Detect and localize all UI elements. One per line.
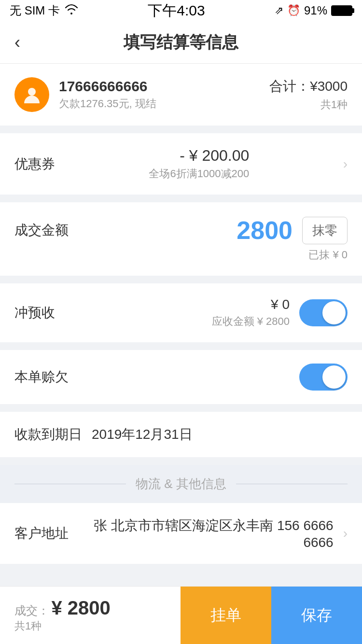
bottom-count: 共1种: [14, 619, 166, 633]
address-label: 客户地址: [14, 524, 69, 543]
coupon-row[interactable]: 优惠券 - ¥ 200.00 全场6折满1000减200 ›: [0, 133, 362, 195]
save-button[interactable]: 保存: [271, 587, 362, 644]
prepay-sub: 应收金额 ¥ 2800: [212, 314, 290, 329]
customer-total: 合计：¥3000: [269, 77, 348, 96]
status-bar: 无 SIM 卡 下午4:03 ⇗ ⏰ 91%: [0, 0, 362, 21]
bottom-deal-text: 成交：: [14, 604, 49, 617]
bottom-bar: 成交： ¥ 2800 共1种 挂单 保存: [0, 586, 362, 644]
prepay-right: ¥ 0 应收金额 ¥ 2800: [212, 297, 348, 329]
due-date-label: 收款到期日: [14, 425, 82, 444]
coupon-label: 优惠券: [14, 155, 55, 173]
customer-info: 17666666666 欠款1276.35元, 现结: [59, 78, 156, 111]
due-date-row: 收款到期日 2019年12月31日: [14, 425, 348, 444]
status-time: 下午4:03: [148, 1, 205, 21]
battery-icon: [331, 5, 352, 16]
address-value: 张 北京市市辖区海淀区永丰南 156 6666 6666: [78, 517, 334, 550]
due-date-section: 收款到期日 2019年12月31日: [0, 412, 362, 457]
divider-line-right: [236, 484, 348, 484]
deal-amount-row: 成交金额 2800 抹零: [14, 216, 348, 245]
page-title: 填写结算等信息: [124, 31, 238, 54]
bottom-deal-label: 成交： ¥ 2800: [14, 597, 166, 619]
customer-card: 17666666666 欠款1276.35元, 现结 合计：¥3000 共1种: [0, 64, 362, 126]
debit-toggle[interactable]: [299, 364, 348, 391]
debit-section: 本单赊欠: [0, 350, 362, 404]
deal-amount-value: 2800: [237, 216, 292, 245]
toggle-knob: [322, 301, 346, 324]
alarm-icon: ⏰: [287, 4, 300, 17]
customer-count: 共1种: [269, 98, 348, 112]
customer-debt: 欠款1276.35元, 现结: [59, 97, 156, 111]
location-icon: ⇗: [275, 4, 283, 17]
due-date-value: 2019年12月31日: [92, 425, 193, 444]
prepay-section: 冲预收 ¥ 0 应收金额 ¥ 2800: [0, 283, 362, 342]
divider-line-left: [14, 484, 126, 484]
battery-text: 91%: [304, 4, 327, 17]
prepay-value-block: ¥ 0 应收金额 ¥ 2800: [212, 297, 290, 329]
bottom-deal-amount: ¥ 2800: [51, 597, 110, 618]
wifi-icon: [65, 4, 78, 17]
svg-point-0: [28, 88, 36, 96]
logistics-label: 物流 & 其他信息: [136, 476, 226, 492]
coupon-desc: 全场6折满1000减200: [149, 167, 249, 181]
deal-amount-label: 成交金额: [14, 221, 69, 239]
nav-bar: ‹ 填写结算等信息: [0, 21, 362, 64]
coupon-section: 优惠券 - ¥ 200.00 全场6折满1000减200 ›: [0, 133, 362, 195]
debit-label: 本单赊欠: [14, 368, 69, 386]
deal-amount-right: 2800 抹零: [237, 216, 348, 245]
chevron-right-icon: ›: [343, 156, 348, 172]
avatar: [14, 77, 49, 112]
prepay-toggle[interactable]: [299, 299, 348, 326]
status-right: ⇗ ⏰ 91%: [275, 4, 352, 17]
address-section[interactable]: 客户地址 张 北京市市辖区海淀区永丰南 156 6666 6666 ›: [0, 503, 362, 564]
deal-amount-sub: 已抹 ¥ 0: [14, 248, 348, 262]
carrier-text: 无 SIM 卡: [10, 3, 60, 18]
address-chevron-icon: ›: [343, 526, 348, 541]
prepay-label: 冲预收: [14, 304, 55, 322]
coupon-right: - ¥ 200.00 全场6折满1000减200: [149, 147, 249, 181]
debit-toggle-knob: [322, 365, 346, 389]
content-area: 17666666666 欠款1276.35元, 现结 合计：¥3000 共1种 …: [0, 64, 362, 644]
customer-right: 合计：¥3000 共1种: [269, 77, 348, 112]
debit-row: 本单赊欠: [14, 364, 348, 391]
logistics-divider: 物流 & 其他信息: [0, 465, 362, 503]
status-left: 无 SIM 卡: [10, 3, 78, 18]
hold-button[interactable]: 挂单: [181, 587, 271, 644]
back-button[interactable]: ‹: [14, 32, 20, 53]
coupon-discount: - ¥ 200.00: [149, 147, 249, 165]
customer-left: 17666666666 欠款1276.35元, 现结: [14, 77, 156, 112]
customer-phone: 17666666666: [59, 78, 156, 95]
bottom-summary: 成交： ¥ 2800 共1种: [0, 597, 181, 633]
deal-amount-section: 成交金额 2800 抹零 已抹 ¥ 0: [0, 202, 362, 276]
prepay-amount: ¥ 0: [212, 297, 290, 312]
round-zero-button[interactable]: 抹零: [302, 217, 348, 244]
prepay-row: 冲预收 ¥ 0 应收金额 ¥ 2800: [14, 297, 348, 329]
